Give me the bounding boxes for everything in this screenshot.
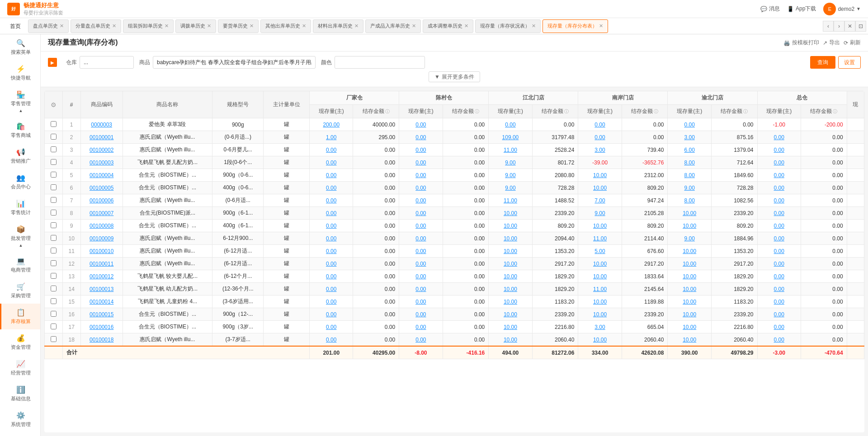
sidebar-item-6[interactable]: 📊零售统计 <box>0 195 40 220</box>
tab-close-btn[interactable]: ✕ <box>60 23 64 29</box>
page-title: 现存量查询(库存分布) <box>48 38 118 47</box>
tab-item-7[interactable]: 产成品入库单历史✕ <box>365 19 421 33</box>
cell-checkbox[interactable] <box>45 131 63 144</box>
sidebar-item-0[interactable]: 🔍搜索英单 <box>0 34 40 60</box>
set-button[interactable]: 设置 <box>838 56 861 69</box>
sidebar-item-1[interactable]: ⚡快捷导航 <box>0 60 40 86</box>
sidebar-item-5[interactable]: 👥会员中心 <box>0 169 40 195</box>
sidebar-icon-12: 📈 <box>16 360 25 368</box>
cell-checkbox[interactable] <box>45 220 63 232</box>
tab-item-0[interactable]: 盘点单历史✕ <box>28 19 69 33</box>
tab-close-btn[interactable]: ✕ <box>412 23 416 29</box>
user-area[interactable]: E demo2 ▼ <box>823 3 861 15</box>
cell-code[interactable]: 00100008 <box>80 220 123 232</box>
cell-checkbox[interactable] <box>45 144 63 156</box>
sidebar-item-13[interactable]: ℹ️基础信息 <box>0 381 40 407</box>
tab-close-btn[interactable]: ✕ <box>354 23 359 29</box>
tab-close-btn[interactable]: ✕ <box>207 23 211 29</box>
cell-index: 8 <box>62 207 80 220</box>
cell-checkbox[interactable] <box>45 207 63 220</box>
cell-checkbox[interactable] <box>45 321 63 333</box>
cell-checkbox[interactable] <box>45 295 63 308</box>
cell-code[interactable]: 00100015 <box>80 308 123 321</box>
filter-expand-arrow[interactable]: ▶ <box>48 58 57 67</box>
cell-code[interactable]: 00100002 <box>80 144 123 156</box>
sidebar-item-15[interactable]: 🤝企业协同 <box>0 432 40 436</box>
expand-more-btn[interactable]: ▼ 展开更多条件 <box>429 71 480 82</box>
cell-checkbox[interactable] <box>45 245 63 258</box>
cell-checkbox[interactable] <box>45 308 63 321</box>
cell-code[interactable]: 00100012 <box>80 270 123 283</box>
cell-checkbox[interactable] <box>45 258 63 270</box>
tab-close-btn[interactable]: ✕ <box>532 23 536 29</box>
sidebar-item-12[interactable]: 📈经营管理 <box>0 355 40 381</box>
cell-checkbox[interactable] <box>45 182 63 194</box>
tab-item-10[interactable]: 现存量（库存分布表）✕ <box>542 19 608 33</box>
cell-code[interactable]: 00100006 <box>80 194 123 207</box>
tab-expand-btn[interactable]: ⊡ <box>855 21 866 32</box>
cell-code[interactable]: 00100003 <box>80 156 123 169</box>
cell-checkbox[interactable] <box>45 232 63 245</box>
cell-spec: 1段(0-6个... <box>212 156 264 169</box>
query-button[interactable]: 查询 <box>810 56 835 69</box>
cell-checkbox[interactable] <box>45 194 63 207</box>
tab-close-btn[interactable]: ✕ <box>464 23 468 29</box>
warehouse-input[interactable] <box>80 56 134 69</box>
tab-home[interactable]: 首页 <box>4 18 27 34</box>
sidebar-item-2[interactable]: 🏪零售管理▲ <box>0 86 40 117</box>
cell-code[interactable]: 00100005 <box>80 182 123 194</box>
cell-checkbox[interactable] <box>45 169 63 182</box>
tab-next-btn[interactable]: › <box>834 21 844 32</box>
sidebar-item-10[interactable]: 📋库存核算 <box>0 304 40 329</box>
cell-checkbox[interactable] <box>45 270 63 283</box>
tab-item-2[interactable]: 组装拆卸单历史✕ <box>123 19 174 33</box>
tab-item-8[interactable]: 成本调整单历史✕ <box>423 19 473 33</box>
tab-close-btn[interactable]: ✕ <box>302 23 306 29</box>
tab-item-4[interactable]: 要货单历史✕ <box>218 19 259 33</box>
cell-code[interactable]: 00100011 <box>80 258 123 270</box>
sidebar-item-14[interactable]: ⚙️系统管理 <box>0 407 40 432</box>
sidebar-item-3[interactable]: 🛍️零售商城 <box>0 117 40 143</box>
tab-close-btn[interactable]: ✕ <box>165 23 169 29</box>
tab-close-btn[interactable]: ✕ <box>599 23 603 29</box>
cell-code[interactable]: 00100004 <box>80 169 123 182</box>
sidebar-item-8[interactable]: 💻电商管理 <box>0 252 40 278</box>
cell-code[interactable]: 00100009 <box>80 232 123 245</box>
cell-code[interactable]: 0000003 <box>80 118 123 131</box>
tab-close-all-btn[interactable]: ✕ <box>844 21 855 32</box>
col-chencunco-amt: 结存金额ⓘ <box>443 105 489 118</box>
goods-input[interactable] <box>153 56 316 69</box>
tab-close-btn[interactable]: ✕ <box>250 23 254 29</box>
export-btn[interactable]: ↗ 导出 <box>823 39 840 47</box>
cell-checkbox[interactable] <box>45 283 63 295</box>
print-btn[interactable]: 🖨️ 按模板打印 <box>783 39 819 47</box>
cell-code[interactable]: 00100010 <box>80 245 123 258</box>
cell-code[interactable]: 00100013 <box>80 283 123 295</box>
tab-item-1[interactable]: 分量盘点单历史✕ <box>71 19 121 33</box>
cell-code[interactable]: 00100014 <box>80 295 123 308</box>
tab-close-btn[interactable]: ✕ <box>112 23 116 29</box>
app-download-btn[interactable]: 📱 App下载 <box>787 5 816 13</box>
sidebar-item-11[interactable]: 💰资金管理 <box>0 329 40 355</box>
refresh-btn[interactable]: ⟳ 刷新 <box>844 39 861 47</box>
tab-item-5[interactable]: 其他出库单历史✕ <box>260 19 311 33</box>
cell-code[interactable]: 00100007 <box>80 207 123 220</box>
sidebar-item-9[interactable]: 🛒采购管理 <box>0 278 40 304</box>
tab-item-6[interactable]: 材料出库单历史✕ <box>313 19 363 33</box>
cell-checkbox[interactable] <box>45 118 63 131</box>
tab-item-3[interactable]: 调拨单历史✕ <box>175 19 216 33</box>
tab-item-9[interactable]: 现存量（库存状况表）✕ <box>475 19 541 33</box>
cell-code[interactable]: 00100001 <box>80 131 123 144</box>
cell-checkbox[interactable] <box>45 156 63 169</box>
cell-yubei-qty: 10.00 <box>668 207 711 220</box>
color-input[interactable] <box>335 56 425 69</box>
sidebar-item-7[interactable]: 📦批发管理▲ <box>0 220 40 252</box>
cell-code[interactable]: 00100016 <box>80 321 123 333</box>
cell-code[interactable]: 00100018 <box>80 333 123 347</box>
cell-checkbox[interactable] <box>45 333 63 347</box>
cell-jiangbei-amt: 1488.52 <box>532 194 578 207</box>
col-settings[interactable]: ⚙ <box>45 91 63 118</box>
message-btn[interactable]: 💬 消息 <box>760 5 780 13</box>
tab-prev-btn[interactable]: ‹ <box>823 21 834 32</box>
sidebar-item-4[interactable]: 📢营销推广 <box>0 143 40 169</box>
